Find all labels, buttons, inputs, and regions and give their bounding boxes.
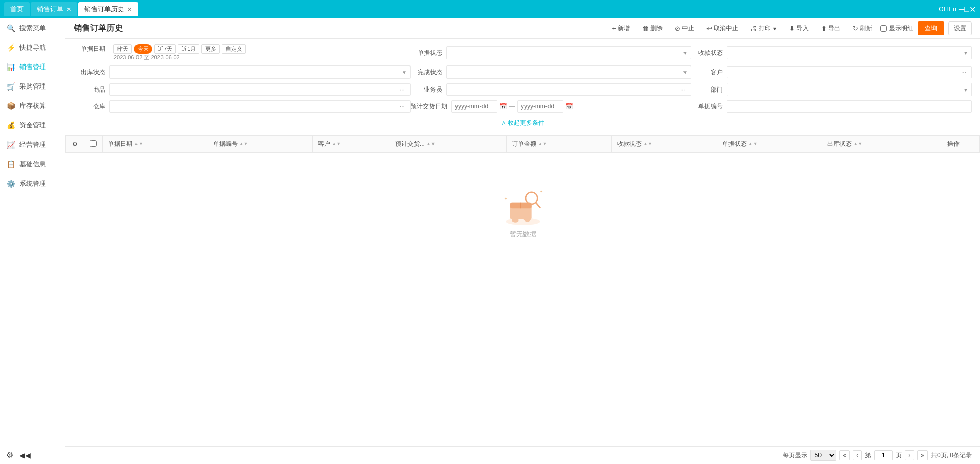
order-status-arrow: ▼ [682, 50, 688, 56]
warehouse-ellipsis[interactable]: ··· [398, 103, 407, 110]
top-bar: 首页 销售订单 ✕ 销售订单历史 ✕ OfTEn ─ □ ✕ [0, 0, 980, 18]
sidebar-item-sales[interactable]: 📊 销售管理 [0, 57, 65, 77]
sidebar-settings-icon[interactable]: ⚙ [6, 450, 13, 460]
date-btn-yesterday[interactable]: 昨天 [113, 44, 132, 54]
th-expected-delivery[interactable]: 预计交货... ▲▼ [390, 136, 507, 153]
page-prefix: 第 [865, 451, 871, 460]
show-detail-checkbox[interactable] [880, 25, 887, 32]
settings-button[interactable]: 设置 [948, 21, 972, 35]
date-btn-more[interactable]: 更多 [201, 44, 220, 54]
tab-sales-order[interactable]: 销售订单 ✕ [31, 2, 77, 16]
svg-line-8 [536, 203, 540, 208]
sidebar-collapse-icon[interactable]: ◀◀ [19, 451, 31, 459]
delete-button[interactable]: 🗑 删除 [638, 22, 667, 35]
sidebar-item-quicknav[interactable]: ⚡ 快捷导航 [0, 38, 65, 57]
customer-ellipsis[interactable]: ··· [959, 69, 968, 76]
close-tab-sales-order[interactable]: ✕ [66, 6, 71, 13]
maximize-button[interactable]: □ [964, 5, 969, 14]
sidebar-item-inventory[interactable]: 📦 库存核算 [0, 96, 65, 116]
sort-amount-icon: ▲▼ [538, 142, 547, 146]
tab-home[interactable]: 首页 [4, 2, 30, 16]
minimize-button[interactable]: ─ [959, 5, 964, 14]
import-button[interactable]: ⬇ 导入 [785, 22, 813, 35]
date-buttons: 昨天 今天 近7天 近1月 更多 自定义 [113, 44, 246, 54]
svg-point-4 [512, 218, 518, 223]
department-label: 部门 [691, 85, 727, 94]
sort-date-icon: ▲▼ [134, 142, 143, 146]
complete-status-arrow: ▼ [682, 70, 688, 75]
stop-button[interactable]: ⊘ 中止 [671, 22, 698, 35]
sort-delivery-icon: ▲▼ [426, 142, 436, 146]
th-amount[interactable]: 订单金额 ▲▼ [507, 136, 612, 153]
table-select-all[interactable] [84, 136, 103, 153]
sidebar-item-search[interactable]: 🔍 搜索菜单 [0, 18, 65, 38]
expected-date-to[interactable] [517, 100, 563, 113]
date-btn-1month[interactable]: 近1月 [178, 44, 199, 54]
th-delivery-status[interactable]: 出库状态 ▲▼ [822, 136, 927, 153]
last-page-button[interactable]: » [917, 450, 928, 460]
product-ellipsis[interactable]: ··· [398, 86, 407, 93]
expected-date-from[interactable] [451, 100, 497, 113]
payment-status-select[interactable]: ▼ [727, 46, 972, 59]
sidebar-bottom: ⚙ ◀◀ [0, 446, 65, 464]
filter-row-3: 商品 ··· 业务员 ··· 部门 [74, 83, 972, 96]
order-status-select[interactable]: ▼ [446, 46, 691, 59]
sidebar-item-purchase[interactable]: 🛒 采购管理 [0, 77, 65, 96]
new-button[interactable]: + 新增 [608, 22, 634, 35]
filter-row-4: 仓库 ··· 预计交货日期 📅 — 📅 [74, 100, 972, 113]
new-icon: + [612, 25, 616, 32]
operations-icon: 📈 [6, 141, 15, 149]
close-tab-sales-order-history[interactable]: ✕ [127, 6, 132, 13]
sidebar-item-finance[interactable]: 💰 资金管理 [0, 116, 65, 135]
table-settings-icon[interactable]: ⚙ [66, 136, 84, 153]
department-select[interactable]: ▼ [727, 83, 972, 96]
th-order-status[interactable]: 单据状态 ▲▼ [717, 136, 822, 153]
svg-text:✦: ✦ [540, 190, 543, 193]
order-number-input[interactable] [727, 100, 972, 113]
cancel-stop-icon: ↩ [706, 25, 712, 32]
date-btn-custom[interactable]: 自定义 [222, 44, 246, 54]
date-btn-7days[interactable]: 近7天 [154, 44, 176, 54]
order-number-label: 单据编号 [691, 102, 727, 111]
calendar-to-icon[interactable]: 📅 [565, 103, 573, 110]
query-button[interactable]: 查询 [918, 21, 944, 35]
page-size-label: 每页显示 [783, 451, 807, 460]
empty-text: 暂无数据 [510, 230, 536, 239]
salesperson-label: 业务员 [411, 85, 446, 94]
salesperson-ellipsis[interactable]: ··· [678, 86, 688, 93]
date-btn-today[interactable]: 今天 [134, 44, 152, 54]
first-page-button[interactable]: « [839, 450, 850, 460]
next-page-button[interactable]: › [905, 450, 914, 460]
calendar-from-icon[interactable]: 📅 [499, 103, 507, 110]
delivery-status-select[interactable]: ▼ [109, 65, 411, 79]
total-info: 共0页, 0条记录 [931, 451, 972, 460]
page-size-select[interactable]: 50 10 20 100 [810, 450, 836, 461]
select-all-checkbox[interactable] [90, 140, 97, 147]
cancel-stop-button[interactable]: ↩ 取消中止 [702, 22, 742, 35]
filter-row-1: 单据日期 昨天 今天 近7天 近1月 更多 自定义 2023-06-02 至 2… [74, 44, 972, 61]
th-date[interactable]: 单据日期 ▲▼ [103, 136, 208, 153]
tab-sales-order-history[interactable]: 销售订单历史 ✕ [78, 2, 138, 16]
quicknav-icon: ⚡ [6, 43, 15, 52]
collapse-filters[interactable]: ∧ 收起更多条件 [74, 117, 972, 129]
filter-area: 单据日期 昨天 今天 近7天 近1月 更多 自定义 2023-06-02 至 2… [65, 39, 980, 135]
complete-status-select[interactable]: ▼ [446, 65, 691, 79]
refresh-button[interactable]: ↻ 刷新 [849, 22, 876, 35]
date-separator: — [509, 103, 515, 110]
sidebar-item-basic-info[interactable]: 📋 基础信息 [0, 154, 65, 174]
th-customer[interactable]: 客户 ▲▼ [313, 136, 390, 153]
th-order-no[interactable]: 单据编号 ▲▼ [208, 136, 313, 153]
page-number-input[interactable] [874, 450, 893, 460]
often-label: OfTEn [939, 6, 956, 13]
sidebar-item-system[interactable]: ⚙️ 系统管理 [0, 174, 65, 193]
close-window-button[interactable]: ✕ [969, 5, 976, 14]
purchase-icon: 🛒 [6, 82, 15, 91]
prev-page-button[interactable]: ‹ [853, 450, 862, 460]
th-payment-status[interactable]: 收款状态 ▲▼ [612, 136, 717, 153]
sort-customer-icon: ▲▼ [332, 142, 341, 146]
finance-icon: 💰 [6, 121, 15, 129]
export-button[interactable]: ⬆ 导出 [817, 22, 845, 35]
print-button[interactable]: 🖨 打印 ▼ [746, 22, 781, 35]
delivery-status-arrow: ▼ [402, 70, 407, 75]
sidebar-item-operations[interactable]: 📈 经营管理 [0, 135, 65, 154]
